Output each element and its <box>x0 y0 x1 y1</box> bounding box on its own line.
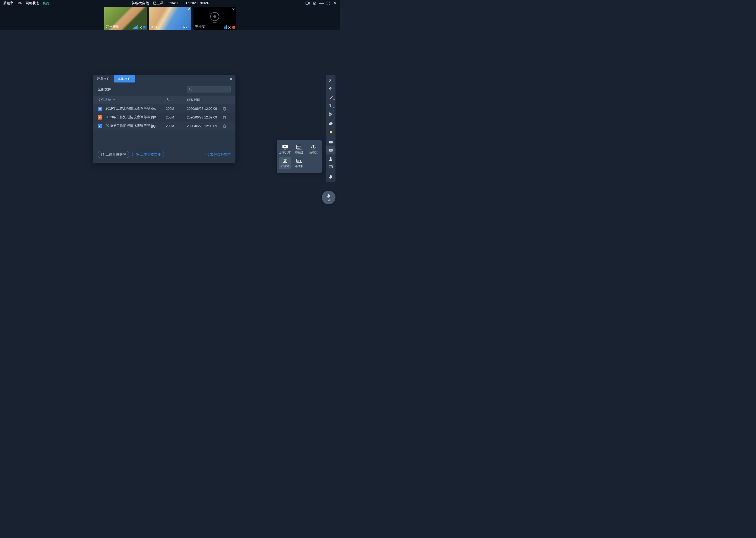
tool-quick[interactable]: 抢答器 <box>307 143 319 155</box>
info-icon: i <box>206 153 209 156</box>
video-tile[interactable]: ✕Nina <box>149 7 191 30</box>
svg-point-2 <box>314 3 315 3</box>
text-icon[interactable]: T <box>326 101 336 110</box>
svg-point-3 <box>189 88 191 90</box>
svg-point-27 <box>330 178 331 179</box>
toolbox-sidebar: T <box>326 75 336 182</box>
tool-screen[interactable]: 屏幕共享 <box>279 143 291 155</box>
tool-label: 答题器 <box>295 151 304 154</box>
mic-icon[interactable] <box>143 26 146 29</box>
svg-rect-17 <box>329 149 332 151</box>
delete-icon[interactable] <box>223 107 231 111</box>
eraser-icon[interactable] <box>326 120 336 128</box>
mic-icon[interactable] <box>188 26 190 29</box>
participant-name: Nina <box>150 26 157 29</box>
file-size: 200M <box>166 116 187 119</box>
upload-animated-button[interactable]: 上传动效文件 <box>132 151 164 158</box>
pen-icon[interactable] <box>326 93 336 101</box>
dialog-close-icon[interactable]: ✕ <box>229 77 233 81</box>
camera-off-icon <box>208 12 221 23</box>
mic-icon[interactable] <box>232 26 235 29</box>
quick-icon <box>310 144 317 150</box>
tab-cloud-files[interactable]: 云盘文件 <box>93 75 114 82</box>
color-icon[interactable] <box>326 128 336 136</box>
svg-text:B✓: B✓ <box>300 145 301 147</box>
tile-close-icon[interactable]: ✕ <box>232 7 235 11</box>
file-time: 2020/06/23 12:09:09 <box>187 124 223 128</box>
table-header: 文件名称▼ 大小 修改时间 <box>93 96 235 104</box>
search-icon <box>189 88 192 91</box>
class-timer: 已上课：02:34:09 <box>153 1 179 6</box>
scissors-icon[interactable] <box>326 110 336 118</box>
tool-panel: 屏幕共享A✓B✓C✗D✗答题器抢答器计时器2+3小黑板 <box>277 140 322 173</box>
hand-count: 0/2 <box>327 199 330 202</box>
col-size[interactable]: 大小 <box>166 98 187 102</box>
col-name[interactable]: 文件名称▼ <box>98 98 166 102</box>
table-row[interactable]: W2019年工作汇报情况查询等等.doc200M2020/06/23 12:09… <box>93 104 235 113</box>
person-icon[interactable] <box>326 154 336 163</box>
table-row[interactable]: ▲2019年工作汇报情况查询等等.jpg200M2020/06/23 12:09… <box>93 122 235 130</box>
svg-text:D✗: D✗ <box>300 147 302 149</box>
search-input[interactable] <box>193 87 233 91</box>
svg-rect-18 <box>329 149 330 150</box>
tab-local-files[interactable]: 本地文件 <box>114 75 135 82</box>
camera-icon[interactable] <box>228 26 231 29</box>
room-id: ID：2020070324 <box>183 1 209 6</box>
bell-icon[interactable] <box>326 173 336 181</box>
camera-icon[interactable] <box>183 26 187 29</box>
raise-hand-button[interactable]: 0/2 <box>322 191 336 204</box>
tool-label: 抢答器 <box>309 151 318 154</box>
packet-loss: 丢包率：0% <box>3 1 22 6</box>
sort-icon: ▼ <box>113 99 115 101</box>
signal-bars-icon <box>133 25 138 29</box>
table-row[interactable]: P2019年工作汇报情况查询等等.ppt200M2020/06/23 12:09… <box>93 113 235 122</box>
tile-close-icon[interactable]: ✕ <box>187 7 190 11</box>
svg-rect-20 <box>329 150 330 151</box>
col-time[interactable]: 修改时间 <box>187 98 223 102</box>
svg-point-15 <box>329 112 330 114</box>
tool-answer[interactable]: A✓B✓C✗D✗答题器 <box>294 143 305 155</box>
minimize-icon[interactable]: — <box>319 1 323 5</box>
svg-rect-19 <box>330 149 331 150</box>
file-dialog: 云盘文件 本地文件 ✕ 全部文件 文件名称▼ 大小 修改时间 W2019年工作汇… <box>93 75 235 163</box>
settings-icon[interactable] <box>312 1 316 5</box>
timer-icon <box>282 158 289 163</box>
svg-point-24 <box>330 167 330 167</box>
svg-point-22 <box>330 157 332 159</box>
delete-icon[interactable] <box>223 116 231 119</box>
chat-icon[interactable] <box>326 163 336 171</box>
svg-rect-0 <box>306 2 308 4</box>
video-tile[interactable]: 叮当老师 <box>104 7 147 30</box>
laser-pointer-icon[interactable] <box>326 76 336 84</box>
upload-normal-button[interactable]: 上传普通课件 <box>98 151 129 158</box>
file-name: 2019年工作汇报情况查询等等.jpg <box>106 124 156 128</box>
file-types-help[interactable]: i文件支持类型 <box>206 152 231 157</box>
tool-board[interactable]: 2+3小黑板 <box>294 157 305 169</box>
camera-icon[interactable] <box>139 26 142 29</box>
breadcrumb-all-files[interactable]: 全部文件 <box>98 87 111 92</box>
tool-timer[interactable]: 计时器 <box>279 157 291 169</box>
file-icon <box>101 153 104 156</box>
answer-icon: A✓B✓C✗D✗ <box>296 144 303 150</box>
video-tile[interactable]: ✕王小明 <box>193 7 236 30</box>
delete-icon[interactable] <box>223 124 231 128</box>
participant-name: 王小明 <box>195 25 205 29</box>
screen-icon <box>282 144 289 150</box>
svg-point-12 <box>315 145 315 146</box>
search-input-wrap[interactable] <box>187 86 231 92</box>
tool-label: 屏幕共享 <box>279 151 291 154</box>
svg-text:A✓: A✓ <box>297 145 299 147</box>
filetype-icon: P <box>98 115 102 120</box>
folder-icon[interactable] <box>326 138 336 146</box>
file-time: 2020/06/23 12:09:09 <box>187 116 223 119</box>
move-icon[interactable] <box>326 84 336 93</box>
svg-point-25 <box>330 167 331 167</box>
file-time: 2020/06/23 12:09:09 <box>187 107 223 111</box>
hand-icon <box>326 193 331 198</box>
apps-icon[interactable] <box>326 146 336 154</box>
play-icon <box>135 153 139 156</box>
fullscreen-icon[interactable] <box>326 1 330 5</box>
close-icon[interactable]: ✕ <box>333 1 337 5</box>
camera-toggle-icon[interactable] <box>306 1 310 5</box>
tool-label: 小黑板 <box>295 164 304 168</box>
